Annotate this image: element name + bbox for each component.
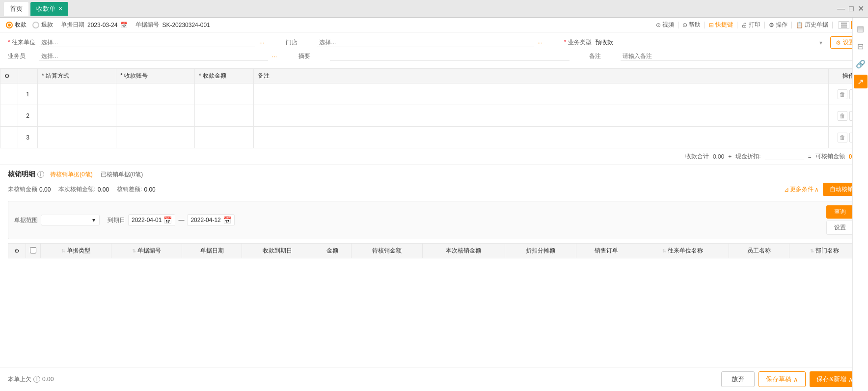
row-index-cell: 2: [18, 105, 38, 127]
tab-receipt-label: 收款单: [36, 4, 55, 13]
row-amount-cell[interactable]: [195, 127, 254, 148]
toolbar-right: ⊙ 视频 ⊙ 帮助 ⊟ 快捷键 🖨 打印 ⚙ 操作: [656, 21, 862, 29]
business-type-label: 业务类型: [564, 38, 594, 47]
btable-col-employee: 员工名称: [729, 244, 789, 258]
divider5: [791, 22, 792, 28]
sidebar-icon-1[interactable]: ▤: [854, 22, 868, 35]
footer-balance: 本单上欠 i 0.00: [8, 375, 54, 384]
row-payment-cell[interactable]: [38, 127, 116, 148]
tab-close-icon[interactable]: ✕: [58, 6, 62, 11]
shortcut-btn[interactable]: ⊟ 快捷键: [709, 21, 733, 29]
store-label: 门店: [286, 38, 315, 47]
close-btn[interactable]: ✕: [858, 4, 864, 13]
calendar-icon[interactable]: 📅: [120, 22, 128, 28]
tab-receipt[interactable]: 收款单 ✕: [30, 2, 68, 16]
help-icon: ⊙: [682, 22, 687, 28]
divider2: [705, 22, 705, 28]
counterpart-input[interactable]: [39, 38, 255, 47]
sidebar-icon-4[interactable]: ↗: [854, 75, 868, 88]
discount-input[interactable]: [765, 153, 804, 160]
summary-input[interactable]: [330, 52, 570, 61]
row-index-cell: 3: [18, 127, 38, 148]
main-table: ⚙ * 结算方式 * 收款账号 * 收款金额 备注: [0, 68, 868, 148]
business-type-value: 预收款: [596, 38, 613, 47]
divider6: [832, 22, 833, 28]
history-btn[interactable]: 📋 历史单据: [796, 21, 828, 29]
summary-row: 收款合计 0.00 + 现金折扣: = 可核销金额 0.00: [0, 148, 868, 165]
tab-done[interactable]: 已核销单据(0笔): [101, 170, 143, 179]
btable-col-no: ⇅ 单据编号: [111, 244, 182, 258]
btable-checkbox-all[interactable]: [30, 247, 36, 253]
due-date-end[interactable]: 2022-04-12 📅: [187, 214, 234, 226]
row-notes-cell[interactable]: [254, 105, 829, 127]
business-type-arrow-icon[interactable]: ▾: [819, 39, 822, 46]
range-label: 单据范围: [14, 216, 38, 224]
counterpart-label: 往来单位: [8, 38, 37, 47]
verify-right: ⊿ 更多条件 ∧ 自动核销: [784, 183, 860, 196]
row-delete-icon[interactable]: 🗑: [838, 133, 847, 142]
unverified-label: 未核销金额: [8, 185, 37, 194]
sidebar-icon-2[interactable]: ⊟: [854, 39, 868, 53]
salesperson-input[interactable]: [39, 52, 268, 61]
salesperson-more-icon[interactable]: ···: [270, 53, 279, 60]
row-account-cell[interactable]: [116, 105, 195, 127]
date-dash: —: [178, 217, 184, 223]
print-icon: 🖨: [741, 22, 747, 28]
row-payment-cell[interactable]: [38, 105, 116, 127]
due-date-start[interactable]: 2022-04-01 📅: [128, 214, 175, 226]
print-btn[interactable]: 🖨 打印: [741, 21, 760, 29]
table-header-amount: * 收款金额: [195, 69, 254, 84]
row-delete-icon[interactable]: 🗑: [838, 111, 847, 121]
btable-col-amount: 金额: [313, 244, 351, 258]
row-amount-cell[interactable]: [195, 105, 254, 127]
query-button[interactable]: 查询: [826, 205, 854, 219]
bottom-table-area: ⚙ ⇅ 单据类型 ⇅ 单据编号: [8, 243, 860, 362]
operation-icon: ⚙: [769, 22, 774, 28]
window-controls: — □ ✕: [837, 4, 864, 13]
maximize-btn[interactable]: □: [849, 4, 854, 13]
verify-info-icon[interactable]: i: [37, 171, 44, 178]
abandon-button[interactable]: 放弃: [721, 371, 755, 387]
notes-input[interactable]: [621, 52, 860, 61]
btable-col-counterpart: ⇅ 往来单位名称: [636, 244, 729, 258]
filter-settings-button[interactable]: 设置: [826, 221, 854, 235]
range-select[interactable]: ▾: [41, 215, 100, 225]
balance-info-icon[interactable]: i: [33, 376, 40, 383]
save-draft-button[interactable]: 保存草稿 ∧: [759, 371, 806, 387]
table-settings-icon[interactable]: ⚙: [4, 73, 10, 80]
row-delete-icon[interactable]: 🗑: [838, 89, 847, 99]
radio-refund[interactable]: 退款: [32, 21, 53, 29]
unverified-stat: 未核销金额 0.00: [8, 185, 51, 194]
radio-collect[interactable]: 收款: [6, 21, 27, 29]
more-conditions-btn[interactable]: ⊿ 更多条件 ∧: [784, 185, 819, 194]
radio-refund-label: 退款: [41, 21, 53, 29]
btable-col-settings[interactable]: ⚙: [8, 244, 26, 258]
verify-section: 核销明细 i 待核销单据(0笔) 已核销单据(0笔) 未核销金额 0.00 本次…: [0, 165, 868, 367]
form-area: 往来单位 ··· 门店 ··· 业务类型 预收款 ▾ ⚙ 设置: [0, 32, 868, 68]
store-more-icon[interactable]: ···: [536, 39, 544, 46]
row-notes-cell[interactable]: [254, 84, 829, 105]
help-btn[interactable]: ⊙ 帮助: [682, 21, 701, 29]
operation-btn[interactable]: ⚙ 操作: [769, 21, 787, 29]
view-list-btn[interactable]: [839, 21, 849, 29]
video-btn[interactable]: ⊙ 视频: [656, 21, 674, 29]
row-account-cell[interactable]: [116, 84, 195, 105]
row-payment-cell[interactable]: [38, 84, 116, 105]
counterpart-more-icon[interactable]: ···: [257, 39, 266, 46]
tab-pending[interactable]: 待核销单据(0笔): [50, 170, 93, 179]
store-input[interactable]: [317, 38, 533, 47]
row-amount-cell[interactable]: [195, 84, 254, 105]
tab-home[interactable]: 首页: [4, 2, 28, 16]
sidebar-icon-3[interactable]: 🔗: [854, 57, 868, 71]
print-label: 打印: [749, 21, 760, 29]
btable-settings-icon[interactable]: ⚙: [14, 248, 20, 254]
filter-row: 单据范围 ▾ 到期日 2022-04-01 📅 — 2022-04-12 📅: [8, 201, 860, 239]
diff-value: 0.00: [144, 186, 155, 193]
row-notes-cell[interactable]: [254, 127, 829, 148]
footer-right: 放弃 保存草稿 ∧ 保存&新增 ∧: [721, 371, 860, 387]
row-account-cell[interactable]: [116, 127, 195, 148]
table-header-settings[interactable]: ⚙: [0, 69, 18, 84]
btable-col-date: 单据日期: [182, 244, 242, 258]
minimize-btn[interactable]: —: [837, 4, 845, 13]
btable-col-checkbox[interactable]: [26, 244, 41, 258]
